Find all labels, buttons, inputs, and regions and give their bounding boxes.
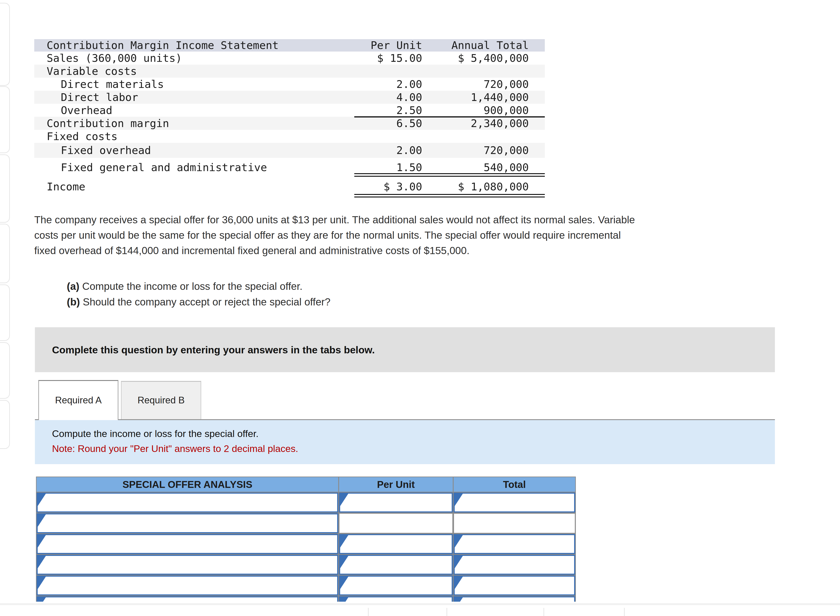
double-bottom-rule-top	[354, 194, 545, 195]
left-edge-card	[0, 224, 10, 283]
answer-input-cell-r4-label[interactable]	[37, 555, 338, 575]
statement-row-overhead: Overhead 2.50 900,000	[34, 104, 545, 117]
requirement-b-label: (b)	[67, 296, 80, 308]
left-edge-card	[0, 342, 10, 399]
income-statement-header-row: Contribution Margin Income Statement Per…	[34, 39, 545, 51]
single-total-rule	[354, 116, 545, 117]
homework-question-page: { "income_statement": { "title": "Contri…	[0, 0, 840, 616]
page-section-divider	[0, 603, 840, 605]
complete-question-banner: Complete this question by entering your …	[35, 327, 775, 372]
statement-row-income: Income $ 3.00 $ 1,080,000	[34, 177, 545, 197]
answer-input-cell-r4-total[interactable]	[454, 555, 575, 575]
answer-input-cell-r1-total[interactable]	[454, 493, 575, 512]
statement-row-direct-labor: Direct labor 4.00 1,440,000	[34, 91, 545, 104]
panel-instruction: Compute the income or loss for the speci…	[52, 428, 259, 439]
statement-row-variable-costs: Variable costs	[34, 65, 545, 78]
tab-instruction-panel: Compute the income or loss for the speci…	[35, 420, 775, 464]
answer-input-cell-r3-perunit[interactable]	[339, 534, 453, 554]
special-offer-analysis-table: SPECIAL OFFER ANALYSIS Per Unit Total	[36, 477, 578, 602]
answer-input-cell-r4-perunit[interactable]	[339, 555, 453, 575]
requirement-a: (a) Compute the income or loss for the s…	[67, 279, 331, 294]
statement-row-fixed-general-admin: Fixed general and administrative 1.50 54…	[34, 158, 545, 177]
requirement-a-text: Compute the income or loss for the speci…	[79, 281, 303, 292]
problem-line: costs per unit would be the same for the…	[34, 227, 635, 243]
statement-row-direct-materials: Direct materials 2.00 720,000	[34, 78, 545, 91]
answer-input-cell-r1-label[interactable]	[37, 493, 338, 512]
double-total-rule-top	[354, 173, 545, 174]
banner-message: Complete this question by entering your …	[52, 344, 375, 356]
answer-input-cell-r3-total[interactable]	[454, 534, 575, 554]
requirement-b: (b) Should the company accept or reject …	[67, 294, 331, 310]
tab-required-a[interactable]: Required A	[38, 380, 118, 420]
answer-input-cell-r1-perunit[interactable]	[339, 493, 453, 512]
requirement-a-label: (a)	[67, 281, 79, 292]
annual-total-column-header: Annual Total	[34, 39, 529, 51]
answer-input-cell-r3-label[interactable]	[37, 534, 338, 554]
tab-divider-line	[35, 419, 775, 420]
statement-row-contribution-margin: Contribution margin 6.50 2,340,000	[34, 117, 545, 130]
tab-required-b[interactable]: Required B	[121, 381, 201, 419]
statement-row-fixed-costs: Fixed costs	[34, 130, 545, 143]
answer-input-cell-r5-label[interactable]	[37, 576, 338, 595]
statement-row-sales: Sales (360,000 units) $ 15.00 $ 5,400,00…	[34, 51, 545, 65]
answer-header-total: Total	[454, 477, 575, 492]
cutoff-cell-border	[624, 608, 625, 616]
double-total-rule-bottom	[354, 176, 545, 177]
problem-statement: The company receives a special offer for…	[34, 212, 635, 258]
answer-input-cell-r2-label[interactable]	[37, 513, 338, 533]
double-bottom-rule-bottom	[354, 197, 545, 197]
requirement-b-text: Should the company accept or reject the …	[80, 296, 330, 308]
cutoff-cell-border	[447, 608, 447, 616]
cutoff-cell-border	[543, 608, 544, 616]
answer-input-cell-r5-perunit[interactable]	[339, 576, 453, 595]
answer-input-cell-r5-total[interactable]	[454, 576, 575, 595]
income-statement-table: Contribution Margin Income Statement Per…	[34, 39, 545, 197]
answer-input-cell-r6-label[interactable]	[37, 596, 338, 602]
panel-rounding-note: Note: Round your "Per Unit" answers to 2…	[52, 443, 298, 454]
answer-grid: SPECIAL OFFER ANALYSIS Per Unit Total	[36, 477, 576, 602]
statement-row-fixed-overhead: Fixed overhead 2.00 720,000	[34, 143, 545, 158]
answer-static-cell-r2-total	[454, 513, 575, 533]
problem-line: The company receives a special offer for…	[34, 212, 635, 227]
answer-static-cell-r2-perunit	[339, 513, 453, 533]
answer-header-per-unit: Per Unit	[339, 477, 453, 492]
answer-input-cell-r6-total[interactable]	[454, 596, 575, 602]
cutoff-cell-border	[368, 608, 369, 616]
requirements-list: (a) Compute the income or loss for the s…	[67, 279, 331, 310]
left-edge-card	[0, 154, 10, 223]
left-edge-card	[0, 285, 10, 341]
answer-header-analysis: SPECIAL OFFER ANALYSIS	[37, 477, 338, 492]
left-edge-card	[0, 3, 10, 86]
left-edge-card	[0, 86, 10, 153]
answer-input-cell-r6-perunit[interactable]	[339, 596, 453, 602]
problem-line: fixed overhead of $144,000 and increment…	[34, 243, 635, 258]
left-edge-card	[0, 400, 10, 449]
